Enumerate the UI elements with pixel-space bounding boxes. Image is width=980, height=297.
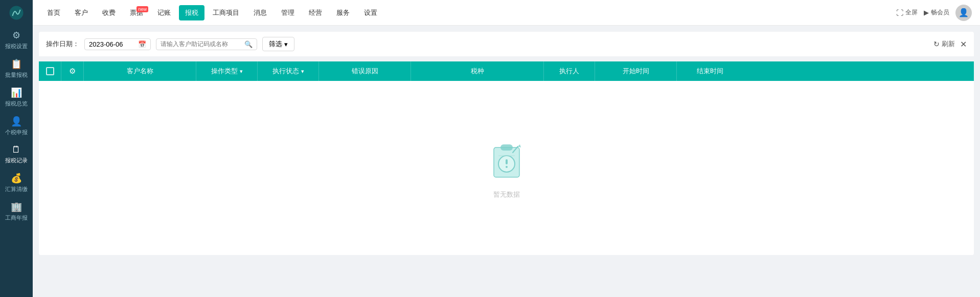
filter-icon-op-type: ▾ [240,68,243,75]
filter-icon-exec-status: ▾ [301,68,304,75]
nav-management[interactable]: 管理 [275,5,301,20]
calendar-icon: 📅 [138,40,146,48]
settlement-icon: 💰 [11,173,22,184]
search-wrap[interactable]: 🔍 [156,38,257,50]
avatar-icon: 👤 [959,8,969,17]
th-checkbox[interactable] [39,61,61,81]
annual-report-icon: 🏢 [11,201,22,213]
th-start-time: 开始时间 [595,61,677,81]
toolbar: 操作日期： 📅 🔍 筛选 ▾ ↻ 刷新 ✕ [39,32,974,56]
main-area: 首页 客户 收费 票据 new 记账 报税 工商项目 消息 管理 经营 服务 设… [33,0,980,297]
nav-service[interactable]: 服务 [330,5,356,20]
nav-operation[interactable]: 经营 [303,5,328,20]
page-content: 操作日期： 📅 🔍 筛选 ▾ ↻ 刷新 ✕ [33,26,980,297]
nav-business[interactable]: 工商项目 [207,5,245,20]
nav-customer[interactable]: 客户 [69,5,94,20]
close-button[interactable]: ✕ [960,39,967,49]
svg-marker-9 [518,144,521,147]
table-body-empty: 暂无数据 [39,81,974,255]
tax-overview-icon: 📊 [11,87,22,98]
sidebar-item-settlement[interactable]: 💰 汇算清缴 [0,168,33,197]
tax-record-icon: 🗒 [12,144,21,155]
nav-invoice[interactable]: 票据 new [124,5,149,20]
date-input[interactable] [89,40,135,48]
empty-text: 暂无数据 [493,190,520,199]
empty-illustration [486,137,527,185]
th-end-time: 结束时间 [677,61,743,81]
personal-tax-icon: 👤 [11,116,22,127]
member-icon: ▶ [924,9,929,16]
svg-rect-3 [500,144,513,151]
sidebar-item-batch-tax[interactable]: 📋 批量报税 [0,54,33,83]
sidebar-logo [0,0,33,26]
sidebar-item-tax-settings[interactable]: ⚙ 报税设置 [0,26,33,54]
user-avatar[interactable]: 👤 [955,5,972,21]
nav-billing[interactable]: 收费 [96,5,122,20]
batch-tax-icon: 📋 [11,58,22,70]
filter-button[interactable]: 筛选 ▾ [262,37,294,51]
th-exec-status: 执行状态 ▾ [258,61,319,81]
svg-rect-6 [506,159,508,164]
nav-home[interactable]: 首页 [41,5,66,20]
sidebar-item-label: 工商年报 [5,214,28,222]
th-error-reason: 错误原因 [319,61,411,81]
nav-accounting[interactable]: 记账 [151,5,177,20]
sidebar-item-personal-tax[interactable]: 👤 个税申报 [0,112,33,140]
nav-message[interactable]: 消息 [247,5,273,20]
topnav-items: 首页 客户 收费 票据 new 记账 报税 工商项目 消息 管理 经营 服务 设… [41,5,896,20]
sidebar-item-label: 汇算清缴 [5,185,28,193]
th-executor: 执行人 [544,61,595,81]
th-gear[interactable]: ⚙ [61,61,84,81]
sidebar-item-label: 报税设置 [5,43,28,50]
fullscreen-icon: ⛶ [896,9,903,17]
sidebar-item-label: 批量报税 [5,71,28,79]
select-all-checkbox[interactable] [46,67,54,75]
date-label: 操作日期： [46,39,79,49]
search-icon: 🔍 [244,40,253,48]
topnav-right: ⛶ 全屏 ▶ 畅会员 👤 [896,5,972,21]
gear-icon: ⚙ [69,67,76,76]
table-header: ⚙ 客户名称 操作类型 ▾ 执行状态 ▾ 错误原因 [39,61,974,81]
sidebar-item-annual-report[interactable]: 🏢 工商年报 [0,197,33,226]
nav-tax[interactable]: 报税 [179,5,204,20]
th-op-type: 操作类型 ▾ [196,61,258,81]
fullscreen-btn[interactable]: ⛶ 全屏 [896,8,918,17]
search-input[interactable] [161,40,242,48]
new-badge: new [136,6,148,12]
sidebar: ⚙ 报税设置 📋 批量报税 📊 报税总览 👤 个税申报 🗒 报税记录 💰 汇算清… [0,0,33,297]
chevron-down-icon: ▾ [284,40,288,48]
sidebar-item-label: 报税总览 [5,100,28,108]
refresh-button[interactable]: ↻ 刷新 [933,39,955,49]
table-wrapper: ⚙ 客户名称 操作类型 ▾ 执行状态 ▾ 错误原因 [39,61,974,255]
sidebar-item-tax-overview[interactable]: 📊 报税总览 [0,83,33,112]
tax-settings-icon: ⚙ [12,30,20,41]
content-area: 操作日期： 📅 🔍 筛选 ▾ ↻ 刷新 ✕ [33,26,980,297]
refresh-icon: ↻ [933,40,940,48]
member-btn[interactable]: ▶ 畅会员 [924,8,949,17]
topnav: 首页 客户 收费 票据 new 记账 报税 工商项目 消息 管理 经营 服务 设… [33,0,980,26]
date-input-wrap[interactable]: 📅 [84,38,151,50]
th-tax-type: 税种 [411,61,544,81]
nav-settings[interactable]: 设置 [358,5,383,20]
sidebar-item-label: 报税记录 [5,157,28,164]
sidebar-item-label: 个税申报 [5,129,28,136]
th-client-name: 客户名称 [84,61,196,81]
sidebar-item-tax-record[interactable]: 🗒 报税记录 [0,140,33,168]
svg-point-7 [506,166,508,168]
